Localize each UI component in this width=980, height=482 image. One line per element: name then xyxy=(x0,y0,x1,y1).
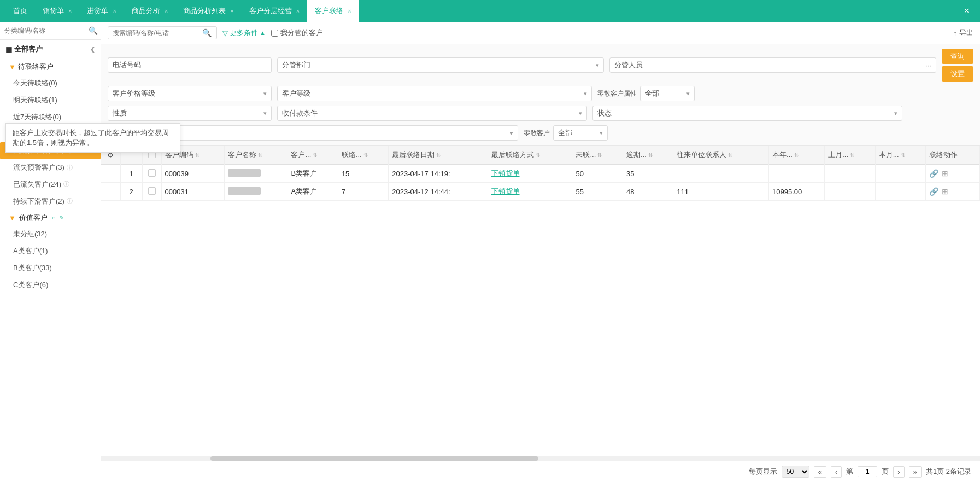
nav-product-list-close[interactable]: × xyxy=(230,0,233,22)
nav-product-analysis-close[interactable]: × xyxy=(165,0,168,22)
th-last-contact-date[interactable]: 最后联络日期 ⇅ xyxy=(389,146,488,165)
sidebar-item-churn-warning[interactable]: 流失预警客户(3) ⓘ xyxy=(0,159,101,176)
nav-customer-contact[interactable]: 客户联络 × xyxy=(307,0,359,22)
sidebar-search-box: 🔍 xyxy=(0,22,101,40)
nav-product-analysis-list[interactable]: 商品分析列表 × xyxy=(175,0,241,22)
row2-type: A类客户 xyxy=(287,183,338,201)
page-next-btn[interactable]: › xyxy=(893,466,904,478)
filter-scatter-customer: 零散客户 全部 ▾ xyxy=(524,125,902,141)
sidebar-group-waiting[interactable]: ▼ 待联络客户 xyxy=(0,59,101,75)
nav-product-analysis[interactable]: 商品分析 × xyxy=(124,0,175,22)
th-overdue[interactable]: 逾期... ⇅ xyxy=(623,146,673,165)
more-filter-btn[interactable]: ▽ 更多条件 ▲ xyxy=(222,28,266,38)
sidebar-item-class-b[interactable]: B类客户(33) xyxy=(0,260,101,277)
sidebar-item-class-c[interactable]: C类客户(6) xyxy=(0,277,101,294)
nav-sales-order[interactable]: 销货单 × xyxy=(35,0,79,22)
nav-customer-tier-close[interactable]: × xyxy=(296,0,300,22)
scrollbar-thumb[interactable] xyxy=(210,456,538,461)
sidebar-item-today[interactable]: 今天待联络(0) xyxy=(0,75,101,92)
row2-link-icon[interactable]: 🔗 xyxy=(929,187,938,196)
per-page-select[interactable]: 50 20 100 xyxy=(782,466,809,478)
filter-customer-type[interactable]: 客户类型 ▾ xyxy=(130,125,518,141)
th-contacts[interactable]: 往来单位联系人 ⇅ xyxy=(673,146,769,165)
sidebar-item-ungroup[interactable]: 未分组(32) xyxy=(0,226,101,243)
th-this-year[interactable]: 本年... ⇅ xyxy=(769,146,825,165)
th-contact[interactable]: 联络... ⇅ xyxy=(338,146,388,165)
row1-code: 000039 xyxy=(161,165,224,183)
nav-customer-contact-close[interactable]: × xyxy=(348,0,351,22)
info-icon-2: ⓘ xyxy=(67,163,73,173)
filter-bar: 🔍 ▽ 更多条件 ▲ 我分管的客户 ↑ 导出 xyxy=(101,22,980,44)
nature-dropdown-icon: ▾ xyxy=(263,110,267,117)
customer-table: ⚙ 客户编码 ⇅ xyxy=(101,146,980,201)
grid-icon: ▦ xyxy=(5,45,12,54)
sidebar-value-section[interactable]: ▼ 价值客户 ○ ✎ xyxy=(0,210,101,226)
nav-purchase-order-close[interactable]: × xyxy=(113,0,116,22)
scatter-attr-select[interactable]: 全部 ▾ xyxy=(640,86,695,101)
sidebar-item-churned[interactable]: 已流失客户(24) ⓘ xyxy=(0,176,101,193)
row2-check[interactable] xyxy=(142,183,161,201)
row1-link-icon[interactable]: 🔗 xyxy=(929,169,938,178)
page-first-btn[interactable]: « xyxy=(814,466,826,478)
th-name[interactable]: 客户名称 ⇅ xyxy=(224,146,287,165)
sidebar-all-customers[interactable]: ▦ 全部客户 ❮ xyxy=(0,40,101,59)
window-close-btn[interactable]: × xyxy=(959,6,975,16)
arrow-icon: ▼ xyxy=(9,63,16,71)
th-last-month[interactable]: 上月... ⇅ xyxy=(825,146,875,165)
nav-home[interactable]: 首页 xyxy=(5,0,35,22)
row2-name xyxy=(224,183,287,201)
my-customer-check[interactable]: 我分管的客户 xyxy=(271,28,323,38)
search-icon[interactable]: 🔍 xyxy=(202,28,212,37)
nav-sales-order-close[interactable]: × xyxy=(68,0,72,22)
row1-type: B类客户 xyxy=(287,165,338,183)
filter-status[interactable]: 状态 ▾ xyxy=(592,106,902,121)
nav-customer-tier[interactable]: 客户分层经营 × xyxy=(242,0,307,22)
code-sort-icon: ⇅ xyxy=(195,152,199,158)
settings-btn[interactable]: 设置 xyxy=(942,66,973,82)
scatter-customer-select[interactable]: 全部 ▾ xyxy=(553,125,608,141)
nav-purchase-order[interactable]: 进货单 × xyxy=(79,0,124,22)
my-customer-checkbox[interactable] xyxy=(271,30,278,37)
th-type[interactable]: 客户... ⇅ xyxy=(287,146,338,165)
row2-way[interactable]: 下销货单 xyxy=(488,183,572,201)
sidebar-search-icon[interactable]: 🔍 xyxy=(89,26,98,35)
filter-customer-level[interactable]: 客户等级 ▾ xyxy=(277,86,592,101)
page-last-btn[interactable]: » xyxy=(909,466,922,478)
sidebar-search-input[interactable] xyxy=(4,27,86,34)
horizontal-scrollbar[interactable] xyxy=(101,456,980,461)
th-unread[interactable]: 未联... ⇅ xyxy=(572,146,623,165)
value-section-edit-icon[interactable]: ✎ xyxy=(59,214,64,222)
th-last-contact-way[interactable]: 最后联络方式 ⇅ xyxy=(488,146,572,165)
sidebar-item-tomorrow[interactable]: 明天待联络(1) xyxy=(0,92,101,109)
query-btn[interactable]: 查询 xyxy=(942,49,973,64)
sidebar-item-class-a[interactable]: A类客户(1) xyxy=(0,243,101,260)
row2-qr-icon[interactable]: ⊞ xyxy=(942,187,948,196)
filter-price-level[interactable]: 客户价格等级 ▾ xyxy=(108,86,272,101)
year-sort-icon: ⇅ xyxy=(794,152,799,158)
page-prev-btn[interactable]: ‹ xyxy=(831,466,842,478)
cust-type-dropdown-icon: ▾ xyxy=(510,130,513,137)
row2-name-blur xyxy=(228,187,261,195)
name-sort-icon: ⇅ xyxy=(258,152,262,158)
th-this-month[interactable]: 本月... ⇅ xyxy=(875,146,925,165)
filter-payment[interactable]: 收付款条件 ▾ xyxy=(277,106,587,121)
filter-nature[interactable]: 性质 ▾ xyxy=(108,106,272,121)
row1-overdue: 35 xyxy=(623,165,673,183)
filter-phone[interactable]: 电话号码 xyxy=(108,57,272,73)
pagination-bar: 每页显示 50 20 100 « ‹ 第 页 › » 共1页 2条记录 xyxy=(101,461,980,482)
page-number-input[interactable] xyxy=(858,466,877,477)
row1-qr-icon[interactable]: ⊞ xyxy=(942,169,948,178)
sidebar-item-declining[interactable]: 持续下滑客户(2) ⓘ xyxy=(0,193,101,210)
filter-manager[interactable]: 分管人员 ··· xyxy=(609,57,936,73)
row2-this-month xyxy=(875,183,925,201)
row1-way[interactable]: 下销货单 xyxy=(488,165,572,183)
overdue-sort-icon: ⇅ xyxy=(648,152,653,158)
filter-department[interactable]: 分管部门 ▾ xyxy=(277,57,604,73)
search-input[interactable] xyxy=(113,29,200,37)
main-layout: 🔍 ▦ 全部客户 ❮ ▼ 待联络客户 今天待联络(0) 明天待联络(1) 近7天… xyxy=(0,22,980,482)
row1-check[interactable] xyxy=(142,165,161,183)
row1-checkbox[interactable] xyxy=(148,169,156,177)
row1-date: 2023-04-17 14:19: xyxy=(389,165,488,183)
export-btn[interactable]: ↑ 导出 xyxy=(954,28,974,38)
row2-checkbox[interactable] xyxy=(148,187,156,195)
